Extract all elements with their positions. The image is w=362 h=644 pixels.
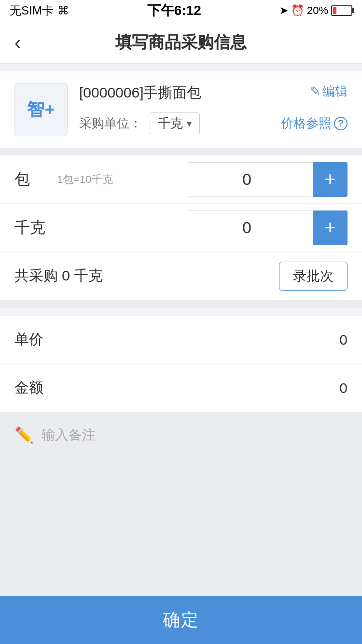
alarm-icon: ⏰ bbox=[291, 4, 304, 17]
content-spacer bbox=[0, 458, 362, 602]
unit-selector[interactable]: 千克 ▾ bbox=[150, 112, 200, 134]
edit-button[interactable]: ✎ 编辑 bbox=[310, 83, 348, 100]
nav-bar: ‹ 填写商品采购信息 bbox=[0, 21, 362, 64]
unit-label: 采购单位： bbox=[79, 115, 142, 132]
bao-input-field[interactable]: 0 bbox=[188, 162, 313, 197]
amount-value: 0 bbox=[339, 380, 348, 396]
edit-icon: ✎ bbox=[310, 84, 320, 99]
back-button[interactable]: ‹ bbox=[14, 33, 21, 52]
page-title: 填写商品采购信息 bbox=[115, 31, 247, 54]
chevron-down-icon: ▾ bbox=[187, 118, 192, 129]
unit-price-row: 单价 0 bbox=[0, 316, 362, 364]
battery-icon bbox=[331, 5, 352, 16]
kg-input-row: 千克 0 + bbox=[0, 204, 362, 252]
bao-plus-button[interactable]: + bbox=[313, 162, 348, 197]
network-label: 无SIM卡 bbox=[10, 3, 54, 18]
location-icon: ➤ bbox=[279, 4, 288, 17]
product-thumbnail: 智+ bbox=[14, 83, 68, 136]
kg-label: 千克 bbox=[14, 217, 53, 238]
product-logo-text: 智+ bbox=[27, 98, 55, 122]
edit-label: 编辑 bbox=[322, 83, 348, 100]
summary-row: 共采购 0 千克 录批次 bbox=[0, 252, 362, 300]
kg-input-control: 0 + bbox=[188, 210, 348, 245]
batch-button[interactable]: 录批次 bbox=[279, 262, 348, 291]
summary-prefix: 共采购 bbox=[14, 267, 58, 283]
note-section[interactable]: ✏️ 输入备注 bbox=[0, 412, 362, 458]
price-reference-button[interactable]: 价格参照 ? bbox=[281, 115, 348, 132]
input-section: 包 1包=10千克 0 + 千克 0 + 共采购 0 千克 录批次 bbox=[0, 155, 362, 300]
unit-price-label: 单价 bbox=[14, 330, 43, 350]
pencil-icon: ✏️ bbox=[14, 426, 34, 444]
wifi-icon: ⌘ bbox=[57, 4, 69, 17]
status-right: ➤ ⏰ 20% bbox=[279, 4, 352, 17]
unit-value: 千克 bbox=[158, 115, 183, 132]
info-icon: ? bbox=[334, 117, 348, 130]
bao-input-control: 0 + bbox=[188, 162, 348, 197]
product-card: 智+ [0000006]手撕面包 ✎ 编辑 采购单位： 千克 ▾ 价格参照 ? bbox=[0, 71, 362, 148]
product-info: [0000006]手撕面包 ✎ 编辑 采购单位： 千克 ▾ 价格参照 ? bbox=[79, 83, 348, 134]
unit-price-value: 0 bbox=[339, 332, 348, 348]
status-time: 下午6:12 bbox=[147, 1, 201, 20]
kg-plus-button[interactable]: + bbox=[313, 210, 348, 245]
product-name: [0000006]手撕面包 bbox=[79, 83, 201, 103]
confirm-button[interactable]: 确定 bbox=[0, 596, 362, 644]
section-divider-2 bbox=[0, 300, 362, 308]
battery-percent: 20% bbox=[307, 4, 328, 17]
bao-input-row: 包 1包=10千克 0 + bbox=[0, 155, 362, 204]
status-left: 无SIM卡 ⌘ bbox=[10, 3, 69, 18]
bao-sublabel: 1包=10千克 bbox=[57, 172, 188, 187]
summary-text: 共采购 0 千克 bbox=[14, 266, 103, 286]
price-section: 单价 0 金额 0 bbox=[0, 316, 362, 412]
note-placeholder: 输入备注 bbox=[42, 426, 96, 444]
amount-row: 金额 0 bbox=[0, 364, 362, 412]
kg-input-field[interactable]: 0 bbox=[188, 210, 313, 245]
amount-label: 金额 bbox=[14, 378, 43, 398]
price-ref-label: 价格参照 bbox=[281, 115, 331, 132]
bao-label: 包 bbox=[14, 169, 53, 190]
section-divider-1 bbox=[0, 148, 362, 155]
status-bar: 无SIM卡 ⌘ 下午6:12 ➤ ⏰ 20% bbox=[0, 0, 362, 21]
